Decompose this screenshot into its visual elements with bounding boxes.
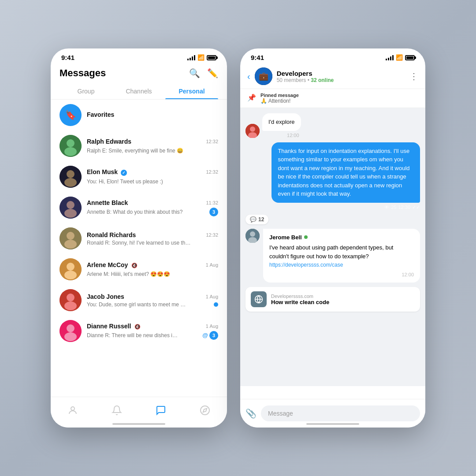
avatar (60, 166, 82, 188)
home-indicator (112, 423, 165, 425)
svg-point-22 (201, 406, 209, 415)
home-indicator (306, 423, 359, 425)
list-item[interactable]: Arlene McCoy 🔇 1 Aug Arlene M: Hiiiii, l… (51, 254, 227, 285)
message-item: Jerome Bell I've heard about using path … (245, 229, 420, 283)
tab-group[interactable]: Group (60, 84, 112, 99)
replies-count[interactable]: 💬 12 (245, 215, 268, 224)
list-item[interactable]: Jacob Jones 1 Aug You: Dude, some girl w… (51, 285, 227, 316)
battery-icon (405, 55, 415, 60)
svg-point-14 (64, 271, 77, 279)
page-title: Messages (60, 67, 106, 79)
nav-notifications[interactable] (112, 405, 122, 416)
list-item[interactable]: Ralph Edwards 12:32 Ralph E: Smile, ever… (51, 130, 227, 161)
chat-name: Developers (277, 70, 405, 77)
conv-name: Elon Musk ✓ (87, 168, 127, 175)
svg-point-20 (64, 332, 77, 341)
conv-preview: Ralph E: Smile, everything will be fine … (87, 148, 183, 154)
avatar: 🔖 (60, 104, 82, 126)
status-icons-right: 📶 (386, 54, 415, 61)
conv-name: Arlene McCoy 🔇 (87, 261, 138, 268)
nav-explore[interactable] (200, 405, 210, 416)
list-item[interactable]: Annette Black 11:32 Annette B: What do y… (51, 192, 227, 223)
svg-point-7 (67, 201, 74, 209)
svg-point-10 (67, 232, 74, 240)
conv-name: Dianne Russell 🔇 (87, 323, 141, 330)
svg-point-8 (64, 209, 77, 218)
muted-icon: 🔇 (131, 263, 138, 268)
list-item[interactable]: Elon Musk ✓ 12:32 You: Hi, Elon! Tweet u… (51, 161, 227, 192)
conv-time: 12:32 (206, 139, 218, 144)
svg-point-2 (64, 147, 77, 156)
conv-content: Annette Black 11:32 Annette B: What do y… (87, 199, 218, 216)
conv-preview: Ronald R: Sonny, hi! I've learned to use… (87, 240, 193, 246)
more-button[interactable]: ⋮ (409, 71, 418, 82)
svg-point-21 (71, 407, 74, 410)
conv-content: Favorites (87, 111, 218, 119)
chat-header: ‹ 💼 Developers 50 members • 32 online ⋮ (240, 64, 425, 89)
right-phone: 9:41 📶 ‹ 💼 Developers 50 mem (240, 48, 425, 428)
conv-time: 12:32 (206, 232, 218, 238)
svg-point-5 (64, 178, 77, 187)
conv-time: 1 Aug (206, 294, 218, 299)
status-icons-left: 📶 (187, 54, 216, 61)
avatar (60, 320, 82, 342)
conv-name: Ronald Richards (87, 231, 136, 238)
tabs: Group Channels Personal (51, 79, 227, 100)
jerome-link[interactable]: https://developerssss.com/case (269, 262, 343, 268)
message-bubble: I'd explore (262, 113, 301, 131)
battery-icon (207, 55, 216, 60)
conv-content: Jacob Jones 1 Aug You: Dude, some girl w… (87, 293, 218, 308)
tab-channels[interactable]: Channels (112, 84, 165, 99)
svg-point-17 (64, 301, 77, 310)
jerome-time: 12:00 (269, 271, 414, 279)
conv-time: 1 Aug (206, 262, 218, 268)
list-item[interactable]: Dianne Russell 🔇 1 Aug Dianne R: There w… (51, 316, 227, 346)
tab-personal[interactable]: Personal (165, 84, 218, 99)
time-right: 9:41 (251, 54, 264, 61)
left-phone: 9:41 📶 Messages 🔍 ✏️ Group Channels Pers… (51, 48, 227, 428)
online-dot (304, 235, 308, 239)
svg-text:💼: 💼 (259, 71, 269, 81)
signal-icon (187, 55, 195, 60)
link-preview[interactable]: Developerssss.com How write clean code (245, 287, 420, 312)
wifi-icon: 📶 (396, 54, 403, 61)
svg-point-29 (250, 231, 255, 237)
status-bar-right: 9:41 📶 (240, 48, 425, 64)
attach-button[interactable]: 📎 (245, 408, 257, 419)
conv-preview: Dianne R: There will be new dishes in th… (87, 332, 179, 338)
pinned-text: 🙏 Attention! (260, 98, 299, 104)
sender-avatar (245, 124, 260, 138)
message-input[interactable]: Message (261, 405, 420, 421)
conv-content: Dianne Russell 🔇 1 Aug Dianne R: There w… (87, 323, 218, 340)
link-preview-icon (251, 291, 267, 307)
status-bar-left: 9:41 📶 (51, 48, 227, 64)
chat-area: I'd explore 12:00 Thanks for input on in… (240, 108, 425, 386)
conv-content: Ralph Edwards 12:32 Ralph E: Smile, ever… (87, 138, 218, 154)
views-icon: 👁 (384, 205, 389, 210)
unread-badge: 3 (209, 331, 218, 340)
unread-dot (214, 302, 218, 307)
nav-contacts[interactable] (67, 405, 78, 416)
messages-header: Messages 🔍 ✏️ (51, 64, 227, 79)
read-receipt-icon: ✓✓ (412, 205, 420, 210)
signal-icon (386, 55, 394, 60)
back-button[interactable]: ‹ (247, 71, 250, 82)
conv-preview: You: Hi, Elon! Tweet us please :) (87, 178, 163, 185)
search-icon[interactable]: 🔍 (189, 68, 200, 78)
conv-content: Arlene McCoy 🔇 1 Aug Arlene M: Hiiiii, l… (87, 261, 218, 278)
message-received: I'd explore 12:00 (245, 113, 301, 138)
nav-messages[interactable] (156, 405, 166, 416)
svg-point-1 (67, 139, 74, 147)
conv-name: Annette Black (87, 199, 128, 206)
compose-icon[interactable]: ✏️ (207, 68, 218, 78)
online-count: 32 online (311, 77, 334, 83)
pinned-message[interactable]: 📌 Pinned message 🙏 Attention! (240, 89, 425, 108)
conv-time: 11:32 (206, 200, 218, 205)
message-bubble: Jerome Bell I've heard about using path … (263, 229, 420, 283)
header-actions: 🔍 ✏️ (189, 68, 218, 78)
svg-point-13 (67, 263, 74, 271)
list-item[interactable]: 🔖 Favorites (51, 100, 227, 130)
list-item[interactable]: Ronald Richards 12:32 Ronald R: Sonny, h… (51, 223, 227, 254)
avatar (60, 227, 82, 249)
comment-icon: 💬 (250, 216, 257, 223)
